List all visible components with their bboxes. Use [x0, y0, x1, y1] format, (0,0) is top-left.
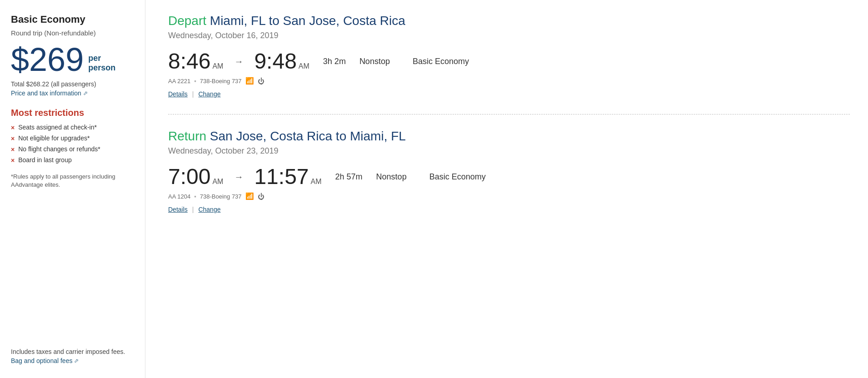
depart-heading: Depart Miami, FL to San Jose, Costa Rica: [168, 14, 850, 28]
return-details-link[interactable]: Details: [168, 206, 188, 213]
depart-route: Miami, FL to San Jose, Costa Rica: [210, 14, 405, 28]
wifi-icon: 📶: [245, 77, 254, 85]
depart-aircraft: 738-Boeing 737: [200, 78, 242, 85]
depart-time-block: 8:46 AM: [168, 50, 223, 72]
depart-duration: 3h 2m: [323, 57, 346, 66]
x-icon: ×: [11, 135, 15, 142]
return-flight-number: AA 1204: [168, 193, 190, 200]
return-change-link[interactable]: Change: [198, 206, 220, 213]
return-links: Details | Change: [168, 206, 850, 213]
depart-flight-number: AA 2221: [168, 78, 190, 85]
restrictions-heading: Most restrictions: [11, 108, 134, 118]
separator: ▪: [194, 193, 196, 200]
return-aircraft: 738-Boeing 737: [200, 193, 242, 200]
depart-time: 8:46: [168, 50, 210, 72]
round-trip-label: Round trip (Non-refundable): [11, 29, 134, 37]
external-link-icon: ⬀: [83, 90, 88, 96]
power-icon: ⏻: [258, 77, 264, 85]
pipe-separator: |: [192, 90, 194, 98]
depart-nonstop: Nonstop: [359, 57, 390, 66]
arrow-icon: →: [234, 56, 243, 67]
arrive-ampm: AM: [299, 62, 309, 70]
return-cabin-class: Basic Economy: [429, 172, 486, 182]
per-person-label: perperson: [88, 54, 115, 76]
restriction-text: Not eligible for upgrades*: [18, 134, 90, 142]
right-panel: Depart Miami, FL to San Jose, Costa Rica…: [145, 0, 868, 378]
restriction-text: No flight changes or refunds*: [18, 145, 100, 153]
price-symbol: $: [11, 41, 29, 78]
return-section: Return San Jose, Costa Rica to Miami, FL…: [168, 114, 850, 213]
return-date: Wednesday, October 23, 2019: [168, 146, 850, 156]
depart-times-row: 8:46 AM → 9:48 AM 3h 2m Nonstop Basic Ec…: [168, 50, 850, 72]
x-icon: ×: [11, 157, 15, 164]
depart-change-link[interactable]: Change: [198, 90, 220, 98]
return-duration: 2h 57m: [335, 172, 363, 182]
list-item: × No flight changes or refunds*: [11, 145, 134, 153]
price-tax-link[interactable]: Price and tax information ⬀: [11, 90, 134, 97]
depart-ampm: AM: [212, 62, 223, 70]
arrow-icon: →: [234, 172, 243, 182]
rules-note: *Rules apply to all passengers including…: [11, 173, 134, 189]
list-item: × Not eligible for upgrades*: [11, 134, 134, 142]
price-row: $269 perperson: [11, 43, 134, 76]
power-icon: ⏻: [258, 193, 264, 200]
return-arrive-time-block: 11:57 AM: [254, 166, 321, 188]
separator: ▪: [194, 78, 196, 85]
return-arrive-time: 11:57: [254, 166, 309, 188]
depart-links: Details | Change: [168, 90, 850, 98]
list-item: × Seats assigned at check-in*: [11, 124, 134, 131]
arrive-time-block: 9:48 AM: [254, 50, 309, 72]
return-direction: Return: [168, 129, 206, 143]
depart-details-link[interactable]: Details: [168, 90, 188, 98]
depart-date: Wednesday, October 16, 2019: [168, 31, 850, 40]
return-nonstop: Nonstop: [376, 172, 407, 182]
includes-note: Includes taxes and carrier imposed fees.: [11, 348, 134, 355]
return-depart-ampm: AM: [212, 178, 223, 186]
return-heading: Return San Jose, Costa Rica to Miami, FL: [168, 129, 850, 144]
return-route: San Jose, Costa Rica to Miami, FL: [210, 129, 406, 143]
total-info: Total $268.22 (all passengers): [11, 80, 134, 88]
return-meta: AA 1204 ▪ 738-Boeing 737 📶 ⏻: [168, 192, 850, 200]
pipe-separator: |: [192, 206, 194, 213]
x-icon: ×: [11, 146, 15, 153]
arrive-time: 9:48: [254, 50, 296, 72]
return-depart-time: 7:00: [168, 166, 210, 188]
return-times-row: 7:00 AM → 11:57 AM 2h 57m Nonstop Basic …: [168, 166, 850, 188]
depart-cabin-class: Basic Economy: [413, 57, 469, 66]
left-panel: Basic Economy Round trip (Non-refundable…: [0, 0, 145, 378]
depart-direction: Depart: [168, 14, 206, 28]
x-icon: ×: [11, 124, 15, 131]
restriction-list: × Seats assigned at check-in* × Not elig…: [11, 124, 134, 167]
wifi-icon: 📶: [245, 192, 254, 200]
restriction-text: Seats assigned at check-in*: [18, 124, 97, 131]
return-depart-time-block: 7:00 AM: [168, 166, 223, 188]
bag-fees-link[interactable]: Bag and optional fees ⬀: [11, 357, 134, 364]
restriction-text: Board in last group: [18, 156, 72, 164]
price-amount: 269: [29, 41, 84, 78]
depart-section: Depart Miami, FL to San Jose, Costa Rica…: [168, 14, 850, 98]
fare-class-title: Basic Economy: [11, 14, 134, 25]
price-display: $269: [11, 43, 84, 76]
return-arrive-ampm: AM: [311, 178, 322, 186]
list-item: × Board in last group: [11, 156, 134, 164]
depart-meta: AA 2221 ▪ 738-Boeing 737 📶 ⏻: [168, 77, 850, 85]
external-link-icon: ⬀: [74, 358, 79, 364]
